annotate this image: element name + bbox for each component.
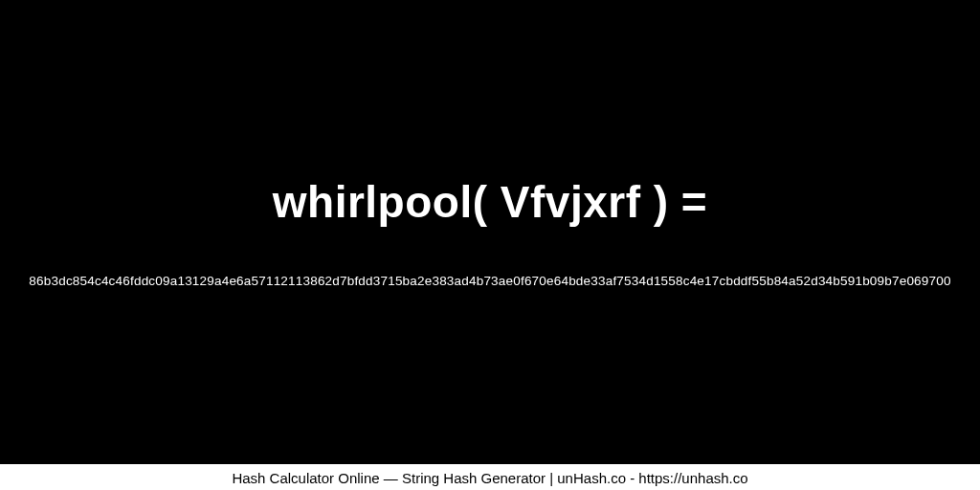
hash-expression-heading: whirlpool( Vfvjxrf ) = [273, 176, 707, 228]
footer-link-url[interactable]: https://unhash.co [638, 470, 747, 486]
footer-separator: - [626, 470, 638, 486]
main-content: whirlpool( Vfvjxrf ) = 86b3dc854c4c46fdd… [0, 0, 980, 464]
hash-output-value: 86b3dc854c4c46fddc09a13129a4e6a571121138… [29, 274, 950, 288]
footer-link-site[interactable]: unHash.co [557, 470, 626, 486]
footer-bar: Hash Calculator Online — String Hash Gen… [0, 464, 980, 490]
footer-text-prefix: Hash Calculator Online — String Hash Gen… [232, 470, 557, 486]
